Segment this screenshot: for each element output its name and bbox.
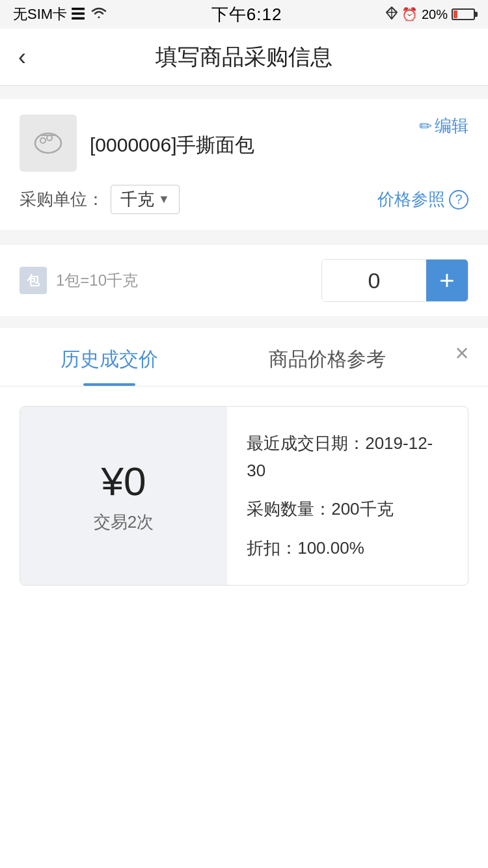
unit-arrow-icon: ▼ (158, 193, 170, 206)
product-left: [0000006]手撕面包 (20, 115, 254, 172)
tab-history-label: 历史成交价 (61, 348, 158, 370)
product-image (20, 115, 77, 172)
back-button[interactable]: ‹ (18, 44, 26, 71)
price-left-panel: ¥0 交易2次 (20, 407, 227, 585)
unit-section: 采购单位： 千克 ▼ (20, 185, 180, 214)
price-right-panel: 最近成交日期：2019-12-30 采购数量：200千克 折扣：100.00% (227, 407, 468, 585)
wifi-icon (90, 6, 107, 23)
nav-bar: ‹ 填写商品采购信息 (0, 29, 488, 86)
battery-icon (452, 8, 475, 20)
price-count: 交易2次 (94, 511, 154, 534)
qty-input[interactable] (322, 260, 426, 301)
product-footer: 采购单位： 千克 ▼ 价格参照 ? (20, 185, 468, 214)
price-ref-button[interactable]: 价格参照 ? (377, 188, 468, 211)
qty-detail-value: 200千克 (331, 499, 393, 519)
bottom-area (0, 605, 488, 868)
status-time: 下午6:12 (211, 3, 282, 26)
section-divider-1 (0, 230, 488, 243)
alarm-icon: ⏰ (401, 7, 418, 22)
status-right: ⏰ 20% (386, 7, 475, 23)
tab-history-price[interactable]: 历史成交价 (0, 328, 218, 386)
product-card: [0000006]手撕面包 ✏ 编辑 采购单位： 千克 ▼ 价格参照 ? (0, 99, 488, 230)
recent-date-row: 最近成交日期：2019-12-30 (247, 430, 448, 484)
qty-input-group: + (321, 259, 468, 302)
status-bar: 无SIM卡 ☰ 下午6:12 ⏰ 20% (0, 0, 488, 29)
discount-row: 折扣：100.00% (247, 535, 448, 562)
product-name: [0000006]手撕面包 (90, 132, 254, 159)
tabs-panel: 历史成交价 商品价格参考 × ¥0 交易2次 最近成交日期：2019-12-30… (0, 328, 488, 605)
qty-row: 采购数量：200千克 (247, 496, 448, 523)
qty-sub-label: 1包=10千克 (56, 270, 138, 291)
unit-value: 千克 (120, 188, 154, 211)
qty-detail-label: 采购数量： (247, 499, 331, 519)
product-header: [0000006]手撕面包 ✏ 编辑 (20, 115, 468, 172)
page-title: 填写商品采购信息 (156, 42, 332, 72)
price-card: ¥0 交易2次 最近成交日期：2019-12-30 采购数量：200千克 折扣：… (20, 406, 468, 586)
tab-price-ref[interactable]: 商品价格参考 (218, 328, 436, 386)
carrier-text: 无SIM卡 ☰ (13, 5, 85, 24)
svg-point-4 (47, 135, 52, 141)
edit-label: 编辑 (435, 115, 468, 137)
discount-label: 折扣： (247, 538, 297, 558)
svg-point-3 (40, 138, 46, 143)
edit-button[interactable]: ✏ 编辑 (419, 115, 468, 137)
qty-unit-box: 包 (20, 267, 47, 294)
battery-pct: 20% (422, 7, 448, 22)
price-value: ¥0 (102, 458, 146, 504)
tab-price-ref-label: 商品价格参考 (269, 348, 386, 370)
discount-value: 100.00% (297, 538, 364, 558)
qty-plus-button[interactable]: + (426, 260, 468, 301)
qty-unit-text: 包 (27, 272, 40, 290)
status-left: 无SIM卡 ☰ (13, 5, 107, 24)
help-icon: ? (449, 190, 468, 210)
tab-underline (83, 383, 135, 386)
price-ref-label: 价格参照 (377, 188, 445, 211)
recent-date-label: 最近成交日期： (247, 433, 365, 453)
unit-select[interactable]: 千克 ▼ (111, 185, 180, 214)
edit-icon: ✏ (419, 117, 432, 135)
card-content: ¥0 交易2次 最近成交日期：2019-12-30 采购数量：200千克 折扣：… (0, 387, 488, 605)
tab-close-button[interactable]: × (436, 340, 488, 375)
quantity-row: 包 1包=10千克 + (0, 244, 488, 316)
location-icon (386, 7, 398, 23)
quantity-left: 包 1包=10千克 (20, 267, 138, 294)
tabs-header: 历史成交价 商品价格参考 × (0, 328, 488, 387)
unit-label: 采购单位： (20, 188, 104, 211)
